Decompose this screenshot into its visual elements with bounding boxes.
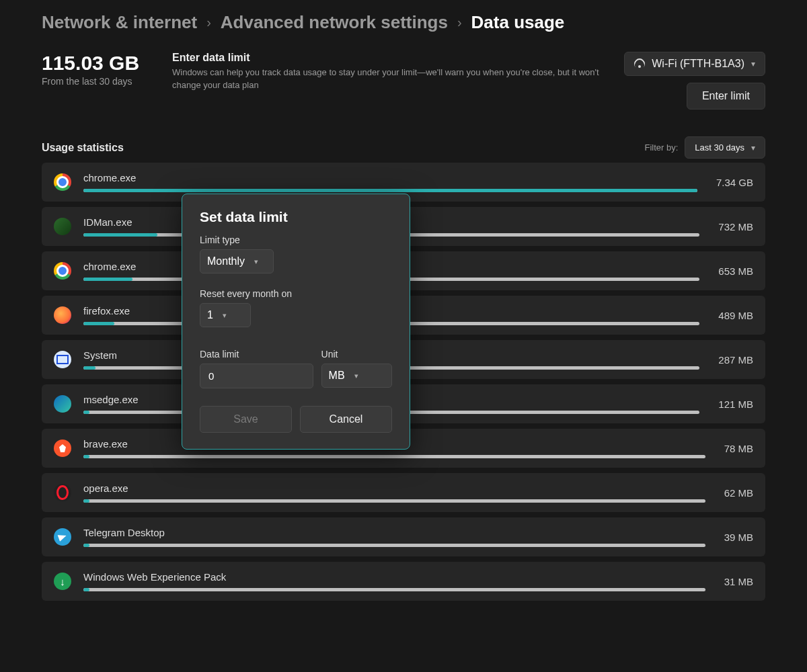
- chevron-right-icon: ›: [457, 15, 462, 30]
- app-icon: [54, 573, 71, 590]
- data-limit-title: Enter data limit: [172, 52, 608, 64]
- total-usage-sub: From the last 30 days: [42, 76, 156, 87]
- app-icon: [54, 528, 71, 546]
- cancel-button[interactable]: Cancel: [300, 406, 392, 433]
- usage-bar: [83, 544, 705, 547]
- chevron-down-icon: ▾: [254, 257, 258, 266]
- data-limit-info: Enter data limit Windows can help you tr…: [172, 52, 608, 92]
- crumb-network[interactable]: Network & internet: [42, 12, 197, 33]
- usage-row: opera.exe62 MB: [42, 473, 765, 512]
- chevron-down-icon: ▾: [751, 143, 755, 153]
- app-icon: [54, 439, 71, 457]
- app-name: Telegram Desktop: [83, 527, 705, 538]
- limit-type-value: Monthly: [207, 255, 245, 267]
- app-usage-value: 653 MB: [718, 265, 753, 277]
- app-usage-value: 7.34 GB: [716, 177, 753, 188]
- app-usage-value: 489 MB: [718, 310, 753, 321]
- breadcrumb: Network & internet › Advanced network se…: [42, 12, 765, 33]
- limit-type-label: Limit type: [200, 235, 392, 245]
- usage-bar: [83, 499, 705, 503]
- app-usage-value: 121 MB: [718, 398, 753, 410]
- unit-select[interactable]: MB ▾: [321, 364, 392, 388]
- reset-day-select[interactable]: 1 ▾: [200, 303, 251, 327]
- app-name: chrome.exe: [83, 172, 697, 183]
- network-picker[interactable]: Wi-Fi (FTTH-B1A3) ▾: [624, 52, 765, 76]
- usage-row: Telegram Desktop39 MB: [42, 517, 765, 556]
- network-picker-label: Wi-Fi (FTTH-B1A3): [652, 58, 744, 70]
- usage-statistics-heading: Usage statistics: [42, 142, 124, 154]
- app-usage-value: 62 MB: [724, 487, 753, 499]
- enter-limit-button[interactable]: Enter limit: [687, 83, 765, 110]
- app-icon: [54, 351, 71, 368]
- data-limit-input-wrap: [200, 364, 313, 388]
- usage-bar: [83, 588, 705, 591]
- chevron-down-icon: ▾: [751, 59, 755, 69]
- app-icon: [54, 484, 71, 501]
- reset-day-value: 1: [207, 309, 213, 321]
- app-usage-value: 31 MB: [724, 576, 753, 587]
- usage-bar: [83, 189, 697, 192]
- app-icon: [54, 218, 71, 235]
- filter-label: Filter by:: [644, 142, 678, 153]
- crumb-advanced[interactable]: Advanced network settings: [221, 12, 448, 33]
- app-usage-value: 732 MB: [718, 221, 753, 233]
- app-icon: [54, 306, 71, 324]
- usage-bar: [83, 455, 705, 458]
- set-data-limit-dialog: Set data limit Limit type Monthly ▾ Rese…: [182, 194, 410, 450]
- reset-day-label: Reset every month on: [200, 288, 392, 299]
- chevron-down-icon: ▾: [223, 311, 227, 320]
- save-button[interactable]: Save: [200, 406, 292, 433]
- dialog-title: Set data limit: [200, 209, 392, 225]
- app-usage-value: 287 MB: [718, 354, 753, 366]
- total-usage-value: 115.03 GB: [42, 52, 156, 75]
- unit-value: MB: [329, 370, 345, 382]
- wifi-icon: [634, 58, 645, 69]
- chevron-down-icon: ▾: [354, 372, 358, 380]
- filter-value: Last 30 days: [695, 142, 744, 153]
- usage-row: Windows Web Experience Pack31 MB: [42, 562, 765, 601]
- app-name: opera.exe: [83, 482, 705, 494]
- data-limit-input[interactable]: [207, 370, 306, 382]
- app-name: Windows Web Experience Pack: [83, 571, 705, 583]
- crumb-data-usage: Data usage: [471, 12, 565, 33]
- app-icon: [54, 395, 71, 413]
- app-icon: [54, 262, 71, 280]
- limit-type-select[interactable]: Monthly ▾: [200, 249, 274, 274]
- app-icon: [54, 173, 71, 191]
- chevron-right-icon: ›: [206, 15, 211, 30]
- data-limit-desc: Windows can help you track data usage to…: [172, 67, 608, 92]
- unit-label: Unit: [321, 349, 392, 360]
- data-limit-label: Data limit: [200, 349, 313, 360]
- filter-dropdown[interactable]: Last 30 days ▾: [685, 136, 765, 159]
- app-usage-value: 78 MB: [724, 443, 753, 454]
- total-usage: 115.03 GB From the last 30 days: [42, 52, 156, 87]
- app-usage-value: 39 MB: [724, 532, 753, 543]
